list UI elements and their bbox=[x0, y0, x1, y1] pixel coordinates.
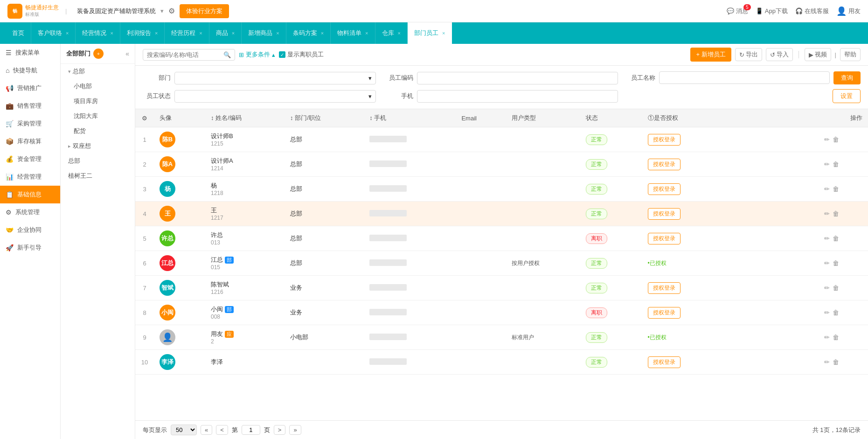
close-tab-icon[interactable]: × bbox=[199, 30, 202, 36]
edit-button[interactable]: ✏ bbox=[824, 210, 830, 217]
import-button[interactable]: ↺ 导入 bbox=[766, 48, 793, 61]
delete-button[interactable]: 🗑 bbox=[833, 210, 839, 217]
delete-button[interactable]: 🗑 bbox=[833, 235, 839, 242]
last-page-button[interactable]: » bbox=[289, 425, 301, 435]
add-employee-button[interactable]: + 新增员工 bbox=[690, 48, 731, 62]
auth-login-button[interactable]: 授权登录 bbox=[648, 159, 681, 170]
edit-button[interactable]: ✏ bbox=[824, 160, 830, 168]
tree-node-7[interactable]: 植树王二 bbox=[61, 168, 135, 183]
filter-phone-input[interactable] bbox=[417, 90, 618, 103]
auth-login-button[interactable]: 授权登录 bbox=[648, 233, 681, 244]
cell-auth[interactable]: 授权登录 bbox=[642, 127, 725, 152]
tree-node-3[interactable]: 沈阳大库 bbox=[61, 109, 135, 124]
close-tab-icon[interactable]: × bbox=[232, 30, 235, 36]
app-download-item[interactable]: 📱 App下载 bbox=[756, 7, 788, 15]
filter-status-select[interactable]: ▾ bbox=[174, 90, 376, 103]
col-name[interactable]: ↕ 姓名/编码 bbox=[205, 109, 285, 127]
view-button[interactable]: ▶ 视频 bbox=[805, 48, 831, 61]
nav-tab-经营情况[interactable]: 经营情况× bbox=[76, 22, 120, 44]
filter-empname-input[interactable] bbox=[659, 71, 830, 84]
help-icon[interactable]: | bbox=[835, 51, 836, 58]
cell-auth[interactable]: 授权登录 bbox=[642, 152, 725, 177]
next-page-button[interactable]: > bbox=[274, 425, 286, 435]
cell-auth[interactable]: 授权登录 bbox=[642, 202, 725, 226]
close-tab-icon[interactable]: × bbox=[66, 30, 69, 36]
sidebar-item-basic[interactable]: 📋基础信息 bbox=[0, 186, 60, 203]
auth-login-button[interactable]: 授权登录 bbox=[648, 134, 681, 146]
auth-login-button[interactable]: 授权登录 bbox=[648, 208, 681, 220]
first-page-button[interactable]: « bbox=[201, 425, 212, 435]
search-box[interactable]: 🔍 bbox=[143, 49, 235, 61]
delete-button[interactable]: 🗑 bbox=[833, 259, 839, 267]
user-item[interactable]: 👤 用友 bbox=[836, 6, 861, 16]
nav-tab-经营历程[interactable]: 经营历程× bbox=[165, 22, 209, 44]
auth-login-button[interactable]: 授权登录 bbox=[648, 183, 681, 195]
cell-auth[interactable]: 授权登录 bbox=[642, 177, 725, 202]
help-button[interactable]: 帮助 bbox=[840, 48, 861, 61]
settings-icon[interactable]: ⚙ bbox=[168, 7, 175, 15]
per-page-select[interactable]: 50 100 bbox=[171, 425, 197, 435]
edit-button[interactable]: ✏ bbox=[824, 309, 830, 316]
cell-auth[interactable]: 授权登录 bbox=[642, 226, 725, 251]
tree-node-4[interactable]: 配货 bbox=[61, 124, 135, 139]
sidebar-item-collab[interactable]: 🤝企业协同 bbox=[0, 221, 60, 239]
show-resign-toggle[interactable]: ✓ 显示离职员工 bbox=[279, 50, 324, 59]
set-button[interactable]: 设置 bbox=[833, 89, 861, 103]
delete-button[interactable]: 🗑 bbox=[833, 185, 839, 193]
col-phone[interactable]: ↕ 手机 bbox=[364, 109, 456, 127]
edit-button[interactable]: ✏ bbox=[824, 185, 830, 193]
auth-login-button[interactable]: 授权登录 bbox=[648, 356, 681, 368]
nav-tab-仓库[interactable]: 仓库× bbox=[375, 22, 408, 44]
tree-node-5[interactable]: ▸双座想 bbox=[61, 139, 135, 153]
cell-auth[interactable]: 授权登录 bbox=[642, 350, 725, 375]
tree-node-1[interactable]: 小电部 bbox=[61, 79, 135, 94]
edit-button[interactable]: ✏ bbox=[824, 334, 830, 341]
sidebar-item-purchase[interactable]: 🛒采购管理 bbox=[0, 115, 60, 132]
sidebar-item-search-menu[interactable]: ☰搜索菜单 bbox=[0, 44, 60, 62]
sidebar-item-marketing[interactable]: 📢营销推广 bbox=[0, 79, 60, 97]
service-item[interactable]: 🎧 在线客服 bbox=[795, 7, 829, 15]
edit-button[interactable]: ✏ bbox=[824, 259, 830, 267]
message-item[interactable]: 💬 消息 5 bbox=[727, 7, 748, 15]
sidebar-item-guide[interactable]: 🚀新手引导 bbox=[0, 239, 60, 257]
tree-node-0[interactable]: ▾总部 bbox=[61, 64, 135, 79]
edit-button[interactable]: ✏ bbox=[824, 358, 830, 366]
sidebar-item-inventory[interactable]: 📦库存核算 bbox=[0, 132, 60, 150]
more-filter-button[interactable]: ⊞ 更多条件 ▴ bbox=[239, 50, 275, 59]
nav-tab-部门员工[interactable]: 部门员工× bbox=[408, 22, 452, 44]
close-tab-icon[interactable]: × bbox=[442, 30, 445, 36]
show-resign-checkbox[interactable]: ✓ bbox=[279, 51, 285, 58]
nav-tab-条码方案[interactable]: 条码方案× bbox=[286, 22, 331, 44]
edit-button[interactable]: ✏ bbox=[824, 136, 830, 143]
query-button[interactable]: 查询 bbox=[833, 71, 861, 84]
cell-auth[interactable]: 授权登录 bbox=[642, 276, 725, 300]
search-input[interactable] bbox=[147, 51, 222, 58]
close-tab-icon[interactable]: × bbox=[110, 30, 113, 36]
col-settings[interactable]: ⚙ bbox=[135, 109, 154, 127]
add-dept-button[interactable]: + bbox=[93, 49, 104, 59]
nav-tab-商品[interactable]: 商品× bbox=[209, 22, 242, 44]
tree-node-2[interactable]: 项目库房 bbox=[61, 94, 135, 109]
nav-tab-首页[interactable]: 首页 bbox=[6, 22, 31, 44]
filter-empcode-input[interactable] bbox=[417, 72, 618, 84]
sidebar-item-quick-nav[interactable]: ⌂快捷导航 bbox=[0, 62, 60, 79]
auth-login-button[interactable]: 授权登录 bbox=[648, 282, 681, 294]
cell-auth[interactable]: •已授权 bbox=[642, 251, 725, 276]
tree-node-6[interactable]: 总部 bbox=[61, 153, 135, 168]
export-button[interactable]: ↻ 导出 bbox=[735, 48, 762, 61]
auth-login-button[interactable]: 授权登录 bbox=[648, 307, 681, 319]
delete-button[interactable]: 🗑 bbox=[833, 358, 839, 366]
sidebar-item-finance[interactable]: 💰资金管理 bbox=[0, 150, 60, 168]
close-tab-icon[interactable]: × bbox=[276, 30, 279, 36]
nav-tab-客户联络[interactable]: 客户联络× bbox=[31, 22, 76, 44]
delete-button[interactable]: 🗑 bbox=[833, 136, 839, 143]
sidebar-item-operation[interactable]: 📊经营管理 bbox=[0, 168, 60, 186]
sidebar-item-system[interactable]: ⚙系统管理 bbox=[0, 203, 60, 221]
cell-auth[interactable]: •已授权 bbox=[642, 325, 725, 350]
collapse-tree-button[interactable]: « bbox=[125, 50, 129, 57]
close-tab-icon[interactable]: × bbox=[321, 30, 324, 36]
prev-page-button[interactable]: < bbox=[216, 425, 228, 435]
edit-button[interactable]: ✏ bbox=[824, 235, 830, 242]
cell-auth[interactable]: 授权登录 bbox=[642, 300, 725, 325]
nav-tab-利润报告[interactable]: 利润报告× bbox=[120, 22, 165, 44]
